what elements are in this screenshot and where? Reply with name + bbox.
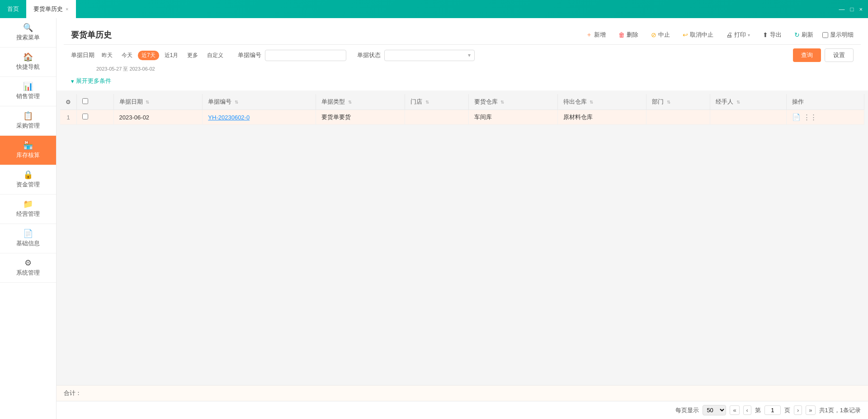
sort-icon-docno[interactable]: ⇅ — [235, 100, 238, 105]
row-handler — [710, 110, 787, 125]
sidebar-item-sales-mgmt[interactable]: 📊 销售管理 — [0, 77, 56, 106]
last-page-btn[interactable]: » — [806, 405, 815, 415]
col-pend-warehouse: 待出仓库 ⇅ — [557, 94, 646, 110]
tab-active[interactable]: 要货单历史 × — [26, 0, 76, 18]
status-filter-label: 单据状态 — [357, 51, 381, 59]
date-btn-1month[interactable]: 近1月 — [161, 51, 182, 60]
sort-icon-docdate[interactable]: ⇅ — [146, 100, 149, 105]
page-size-label: 每页显示 — [675, 406, 699, 414]
page-number-input[interactable] — [764, 405, 781, 415]
table-container: ⚙ 单据日期 ⇅ 单据编号 ⇅ 单据类型 ⇅ 门店 ⇅ 要货仓库 ⇅ 待出仓库 … — [60, 90, 864, 385]
sort-icon-dept[interactable]: ⇅ — [667, 100, 670, 105]
sidebar-item-label-ops-mgmt: 经营管理 — [16, 210, 40, 218]
sidebar-item-purchase-mgmt[interactable]: 📋 采购管理 — [0, 106, 56, 136]
tab-active-label: 要货单历史 — [33, 5, 63, 13]
top-tabs: 首页 要货单历史 × — [0, 0, 76, 18]
date-btn-more[interactable]: 更多 — [184, 51, 202, 60]
more-action-icon[interactable]: ⋮⋮ — [803, 113, 817, 121]
table-wrap: ⚙ 单据日期 ⇅ 单据编号 ⇅ 单据类型 ⇅ 门店 ⇅ 要货仓库 ⇅ 待出仓库 … — [60, 94, 864, 125]
sort-icon-handler[interactable]: ⇅ — [736, 100, 740, 105]
status-select-wrap[interactable]: ▾ — [384, 50, 475, 61]
date-filter-options: 昨天 今天 近7天 近1月 更多 自定义 — [98, 51, 227, 60]
col-handler: 经手人 ⇅ — [710, 94, 787, 110]
date-btn-custom[interactable]: 自定义 — [203, 51, 227, 60]
status-input[interactable] — [388, 52, 468, 59]
first-page-btn[interactable]: « — [730, 405, 739, 415]
view-action-icon[interactable]: 📄 — [792, 113, 801, 121]
finance-mgmt-icon: 🔒 — [23, 171, 33, 179]
date-btn-today[interactable]: 今天 — [118, 51, 136, 60]
docno-input[interactable] — [265, 50, 346, 61]
sidebar-item-ops-mgmt[interactable]: 📁 经营管理 — [0, 195, 56, 224]
sidebar-item-quick-nav[interactable]: 🏠 快捷导航 — [0, 48, 56, 77]
table-head: ⚙ 单据日期 ⇅ 单据编号 ⇅ 单据类型 ⇅ 门店 ⇅ 要货仓库 ⇅ 待出仓库 … — [60, 94, 864, 110]
total-info: 共1页，1条记录 — [819, 406, 861, 414]
page-title: 要货单历史 — [71, 29, 582, 40]
sidebar-item-label-sales-mgmt: 销售管理 — [16, 92, 40, 100]
action-icons-wrap: 📄 ⋮⋮ — [792, 113, 859, 121]
print-button[interactable]: 🖨 打印 ▾ — [722, 29, 754, 41]
sort-icon-reqwarehouse[interactable]: ⇅ — [500, 100, 504, 105]
refresh-button[interactable]: ↻ 刷新 — [791, 29, 817, 41]
expand-filter-label: 展开更多条件 — [76, 77, 111, 85]
top-bar: 首页 要货单历史 × — □ × — [0, 0, 868, 18]
stop-button[interactable]: ⊘ 中止 — [647, 29, 674, 41]
delete-icon: 🗑 — [618, 31, 625, 38]
page-header-wrap: 要货单历史 ＋ 新增 🗑 删除 ⊘ 中止 ↩ — [57, 18, 868, 90]
row-checkbox[interactable] — [82, 114, 88, 119]
page-size-select[interactable]: 20 50 100 — [703, 405, 726, 415]
delete-btn-label: 删除 — [627, 31, 638, 39]
row-req-warehouse: 车间库 — [468, 110, 557, 125]
show-detail-toggle[interactable]: 显示明细 — [822, 31, 854, 39]
col-settings[interactable]: ⚙ — [60, 94, 77, 110]
sidebar-item-finance-mgmt[interactable]: 🔒 资金管理 — [0, 165, 56, 195]
query-button[interactable]: 查询 — [793, 48, 821, 62]
date-btn-yesterday[interactable]: 昨天 — [98, 51, 116, 60]
col-checkbox — [77, 94, 114, 110]
window-close-btn[interactable]: × — [859, 6, 863, 13]
expand-filter-btn[interactable]: ▾ 展开更多条件 — [71, 77, 854, 85]
top-bar-right: — □ × — [839, 6, 868, 13]
row-pend-warehouse: 原材料仓库 — [557, 110, 646, 125]
date-btn-7days[interactable]: 近7天 — [138, 51, 159, 60]
refresh-btn-label: 刷新 — [802, 31, 813, 39]
export-button[interactable]: ⬆ 导出 — [759, 29, 785, 41]
tab-close-icon[interactable]: × — [66, 6, 68, 12]
row-doc-date: 2023-06-02 — [113, 110, 203, 125]
col-store: 门店 ⇅ — [405, 94, 468, 110]
new-button[interactable]: ＋ 新增 — [582, 29, 609, 41]
sort-icon-pendwarehouse[interactable]: ⇅ — [590, 100, 593, 105]
jump-label: 第 — [755, 406, 761, 414]
print-icon: 🖨 — [726, 31, 732, 38]
doc-no-link[interactable]: YH-20230602-0 — [208, 114, 250, 121]
sidebar-item-label-purchase-mgmt: 采购管理 — [16, 122, 40, 130]
sort-icon-store[interactable]: ⇅ — [425, 100, 429, 105]
select-all-checkbox[interactable] — [82, 98, 88, 104]
data-table: ⚙ 单据日期 ⇅ 单据编号 ⇅ 单据类型 ⇅ 门店 ⇅ 要货仓库 ⇅ 待出仓库 … — [60, 94, 864, 125]
window-minimize-btn[interactable]: — — [839, 6, 845, 13]
prev-page-btn[interactable]: ‹ — [743, 405, 751, 415]
sidebar-item-search-menu[interactable]: 🔍 搜索菜单 — [0, 18, 56, 48]
table-header-row: ⚙ 单据日期 ⇅ 单据编号 ⇅ 单据类型 ⇅ 门店 ⇅ 要货仓库 ⇅ 待出仓库 … — [60, 94, 864, 110]
chevron-down-icon: ▾ — [71, 78, 74, 85]
delete-button[interactable]: 🗑 删除 — [615, 29, 642, 41]
next-page-btn[interactable]: › — [794, 405, 802, 415]
summary-label: 合计： — [64, 389, 81, 397]
main-layout: 🔍 搜索菜单 🏠 快捷导航 📊 销售管理 📋 采购管理 🏪 库存核算 🔒 资金管… — [0, 18, 868, 419]
sort-icon-doctype[interactable]: ⇅ — [348, 100, 352, 105]
row-doc-no: YH-20230602-0 — [203, 110, 316, 125]
col-action: 操作 — [787, 94, 864, 110]
date-filter-label: 单据日期 — [71, 51, 94, 59]
cancel-stop-button[interactable]: ↩ 取消中止 — [679, 29, 717, 41]
print-btn-label: 打印 — [734, 31, 746, 39]
sidebar-item-basic-info[interactable]: 📄 基础信息 — [0, 224, 56, 253]
stop-icon: ⊘ — [651, 31, 656, 38]
window-maximize-btn[interactable]: □ — [850, 6, 854, 13]
status-dropdown-icon: ▾ — [468, 52, 471, 58]
show-detail-checkbox[interactable] — [822, 32, 828, 38]
sidebar-item-inventory[interactable]: 🏪 库存核算 — [0, 136, 56, 165]
sidebar-item-system-mgmt[interactable]: ⚙ 系统管理 — [0, 253, 56, 283]
quick-nav-icon: 🏠 — [23, 53, 33, 61]
settings-button[interactable]: 设置 — [825, 48, 854, 62]
tab-home[interactable]: 首页 — [0, 0, 26, 18]
